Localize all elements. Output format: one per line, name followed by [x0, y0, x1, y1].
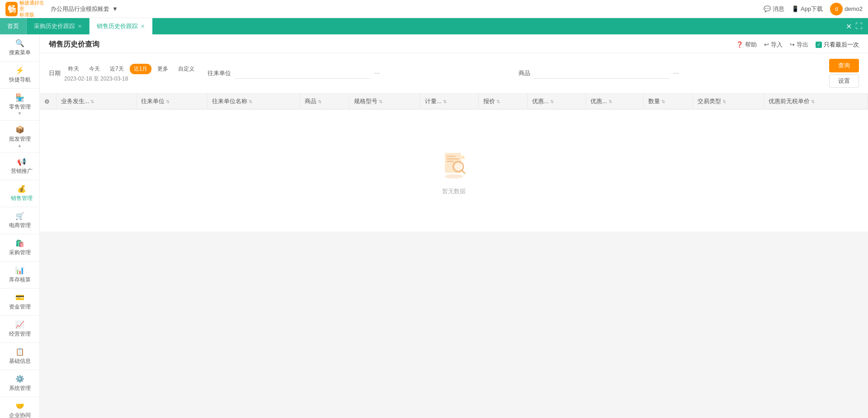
- help-btn[interactable]: ❓ 帮助: [736, 41, 757, 49]
- close-window-icon[interactable]: ✕: [846, 22, 852, 31]
- close-sales-tab-icon[interactable]: ✕: [141, 24, 145, 29]
- product-input[interactable]: [534, 68, 670, 79]
- tab-home[interactable]: 首页: [0, 18, 27, 34]
- tabbar: 首页 采购历史价跟踪 ✕ 销售历史价跟踪 ✕ ✕ ⛶: [0, 18, 868, 34]
- filter-area: 日期 昨天 今天 近7天 近1月 更多 自定义 2023-02-18 至 202…: [40, 53, 868, 94]
- topbar: 畅 畅捷通好生意 标准版 办公用品行业模拟账套 ▼ 💬 消息 📱 App下载 d…: [0, 0, 868, 18]
- app-selector[interactable]: 办公用品行业模拟账套 ▼: [45, 5, 764, 13]
- marketing-icon: 📢: [17, 157, 26, 166]
- table-container: ⚙ 业务发生... ⇅ 往来单位 ⇅: [40, 94, 868, 232]
- counterparty-picker-icon[interactable]: ···: [374, 69, 380, 77]
- import-btn[interactable]: ↩ 导入: [764, 41, 783, 49]
- close-purchase-tab-icon[interactable]: ✕: [78, 24, 82, 29]
- product-filter-group: 商品 ···: [519, 68, 820, 79]
- sidebar-item-system[interactable]: ⚙️ 系统管理: [0, 370, 39, 397]
- table-col-product[interactable]: 商品 ⇅: [300, 94, 349, 109]
- date-btn-yesterday[interactable]: 昨天: [64, 64, 83, 74]
- date-btn-7days[interactable]: 近7天: [106, 64, 128, 74]
- sidebar-item-enterprise[interactable]: 🤝 企业协同: [0, 397, 39, 418]
- table-col-pretax-price[interactable]: 优惠前无税单价 ⇅: [764, 94, 868, 109]
- table-empty-row: 暂无数据: [40, 109, 868, 232]
- checkbox-checked-icon: ✓: [816, 42, 822, 48]
- data-table: ⚙ 业务发生... ⇅ 往来单位 ⇅: [40, 94, 868, 232]
- table-col-spec[interactable]: 规格型号 ⇅: [349, 94, 420, 109]
- table-col-counterparty-name[interactable]: 往来单位名称 ⇅: [207, 94, 300, 109]
- sidebar-item-operations[interactable]: 📈 经营管理: [0, 316, 39, 343]
- message-btn[interactable]: 💬 消息: [764, 5, 784, 13]
- help-icon: ❓: [736, 41, 743, 48]
- date-btn-custom[interactable]: 自定义: [174, 64, 198, 74]
- sidebar-item-sales-mgmt[interactable]: 💰 销售管理: [0, 180, 39, 207]
- date-label: 日期: [49, 69, 61, 77]
- table-col-settings[interactable]: ⚙: [40, 94, 56, 109]
- sidebar-item-purchase-mgmt[interactable]: 🛍️ 采购管理: [0, 234, 39, 261]
- sort-icon-spec: ⇅: [379, 99, 382, 104]
- query-button[interactable]: 查询: [829, 59, 859, 72]
- date-btn-more[interactable]: 更多: [153, 64, 172, 74]
- page-header: 销售历史价查询 ❓ 帮助 ↩ 导入 ↪ 导出 ✓ 只看最后一次: [40, 34, 868, 53]
- sort-icon-counterparty: ⇅: [166, 99, 170, 104]
- sort-icon-qty: ⇅: [661, 99, 665, 104]
- date-btn-1month[interactable]: 近1月: [130, 64, 152, 74]
- chevron-down-icon: ▼: [112, 5, 118, 12]
- product-label: 商品: [519, 69, 530, 77]
- import-icon: ↩: [764, 41, 769, 48]
- sidebar-item-inventory[interactable]: 📊 库存核算: [0, 261, 39, 289]
- table-body: 暂无数据: [40, 109, 868, 232]
- table-col-biz-date[interactable]: 业务发生... ⇅: [56, 94, 136, 109]
- sales-history-tab-label: 销售历史价跟踪: [97, 22, 138, 30]
- table-col-unit[interactable]: 计量... ⇅: [420, 94, 478, 109]
- sidebar-item-ecom-mgmt[interactable]: 🛒 电商管理: [0, 207, 39, 234]
- inventory-icon: 📊: [15, 266, 24, 275]
- sidebar-item-basics[interactable]: 📋 基础信息: [0, 343, 39, 370]
- table-col-discount1[interactable]: 优惠... ⇅: [528, 94, 586, 109]
- logo-area: 畅 畅捷通好生意 标准版: [5, 0, 45, 18]
- table-col-counterparty[interactable]: 往来单位 ⇅: [136, 94, 207, 109]
- svg-line-7: [462, 170, 464, 173]
- sidebar-item-finance[interactable]: 💳 资金管理: [0, 289, 39, 316]
- table-col-discount2[interactable]: 优惠... ⇅: [585, 94, 644, 109]
- date-btn-today[interactable]: 今天: [85, 64, 104, 74]
- chevron-up-icon: ▲: [18, 143, 22, 148]
- content-area: 销售历史价查询 ❓ 帮助 ↩ 导入 ↪ 导出 ✓ 只看最后一次: [40, 34, 868, 418]
- basics-icon: 📋: [15, 347, 24, 356]
- date-range-text: 2023-02-18 至 2023-03-18: [64, 75, 198, 83]
- avatar: d: [830, 3, 843, 15]
- maximize-window-icon[interactable]: ⛶: [855, 22, 863, 30]
- system-icon: ⚙️: [15, 375, 24, 383]
- sidebar-item-retail-mgmt[interactable]: 🏪 零售管理 ▼: [0, 89, 39, 121]
- purchase-history-tab-label: 采购历史价跟踪: [34, 22, 75, 30]
- table-settings-icon[interactable]: ⚙: [44, 98, 50, 105]
- product-picker-icon[interactable]: ···: [673, 69, 679, 77]
- top-right-actions: 💬 消息 📱 App下载 d demo2: [764, 3, 863, 15]
- enterprise-icon: 🤝: [15, 402, 24, 410]
- sidebar-item-search-menu[interactable]: 🔍 搜索菜单: [0, 34, 39, 62]
- settings-button[interactable]: 设置: [829, 74, 859, 88]
- export-icon: ↪: [790, 41, 795, 48]
- sort-icon-pretax-price: ⇅: [811, 99, 815, 104]
- page-title: 销售历史价查询: [49, 40, 99, 49]
- app-download-btn[interactable]: 📱 App下载: [792, 5, 823, 13]
- date-buttons: 昨天 今天 近7天 近1月 更多 自定义: [64, 64, 198, 74]
- counterparty-input[interactable]: [235, 68, 370, 79]
- table-head: ⚙ 业务发生... ⇅ 往来单位 ⇅: [40, 94, 868, 109]
- table-col-qty[interactable]: 数量 ⇅: [644, 94, 693, 109]
- export-btn[interactable]: ↪ 导出: [790, 41, 808, 49]
- sidebar-item-quick-nav[interactable]: ⚡ 快捷导航: [0, 62, 39, 89]
- chevron-down-icon: ▼: [18, 111, 22, 116]
- svg-point-6: [454, 163, 462, 170]
- tab-purchase-history[interactable]: 采购历史价跟踪 ✕: [27, 18, 90, 34]
- sidebar-item-marketing[interactable]: 📢 营销推广: [0, 153, 39, 180]
- only-last-checkbox[interactable]: ✓ 只看最后一次: [816, 41, 859, 49]
- home-tab-label: 首页: [7, 22, 19, 30]
- operations-icon: 📈: [15, 320, 24, 329]
- tab-window-actions: ✕ ⛶: [840, 18, 868, 34]
- sort-icon-discount1: ⇅: [550, 99, 554, 104]
- table-col-price[interactable]: 报价 ⇅: [478, 94, 527, 109]
- user-profile[interactable]: d demo2: [830, 3, 863, 15]
- tab-sales-history[interactable]: 销售历史价跟踪 ✕: [90, 18, 152, 34]
- table-col-trade-type[interactable]: 交易类型 ⇅: [693, 94, 764, 109]
- main-layout: 🔍 搜索菜单 ⚡ 快捷导航 🏪 零售管理 ▼ 📦 批发管理 ▲ 📢 营销推广 💰…: [0, 34, 868, 418]
- purchase-icon: 🛍️: [15, 239, 24, 247]
- sidebar-item-wholesale-mgmt[interactable]: 📦 批发管理 ▲: [0, 121, 39, 153]
